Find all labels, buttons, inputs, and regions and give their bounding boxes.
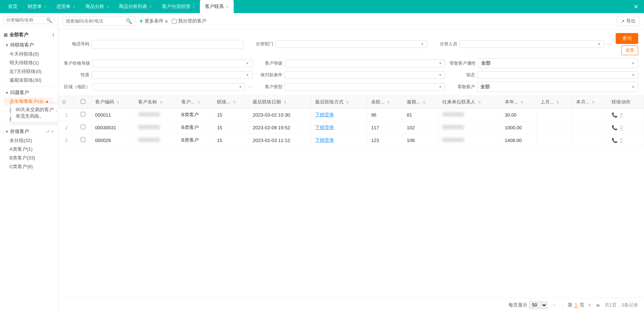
filter-zero-retail-select[interactable]: 全部 ▼ <box>477 82 638 92</box>
last-way-link[interactable]: 下销货单 <box>315 125 334 130</box>
th-contact-count[interactable]: 联络... ⇅ <box>213 96 249 109</box>
sidebar-item-tomorrow[interactable]: 明天待联络(1) <box>4 58 54 67</box>
settings-btn[interactable]: 设置 <box>621 45 638 55</box>
last-page-btn[interactable]: ⊳ <box>595 302 602 309</box>
filter-region-select[interactable]: ▼ <box>92 83 245 91</box>
th-this-year[interactable]: 本年... ⇅ <box>501 96 536 109</box>
row-this-year: 1408.00 <box>501 134 536 147</box>
sidebar-item-overdue[interactable]: 逾期未联络(30) <box>4 76 54 85</box>
filter-toggle-btn[interactable]: ▼ 更多条件 ∧ <box>139 18 168 24</box>
sidebar-group-value[interactable]: ▼ 价值客户 ↺ ✏ <box>4 127 54 136</box>
action-more-icon[interactable]: ⣿ <box>620 112 623 118</box>
collapse-icon[interactable]: 《 <box>50 32 54 38</box>
row-this-month <box>572 134 608 147</box>
close-tab-sales[interactable]: × <box>44 4 46 9</box>
filter-more-btn1[interactable]: ··· <box>607 41 611 48</box>
tab-analysis[interactable]: 商品分析 × <box>80 0 114 13</box>
filter-customer-type-select[interactable]: ▼ <box>285 83 446 91</box>
toolbar-search-input[interactable] <box>66 19 124 24</box>
close-tab-analysis[interactable]: × <box>106 4 109 9</box>
next-page-btn[interactable]: ＞ <box>586 301 593 309</box>
export-btn[interactable]: ↗ 导出 <box>617 16 640 26</box>
row-checkbox-cell[interactable] <box>75 109 91 121</box>
filter-status-field: 状态 ▼ <box>450 71 638 79</box>
filter-zero-attr-select[interactable]: 全部 ▼ <box>478 58 638 68</box>
row-checkbox-cell[interactable] <box>75 134 91 147</box>
sidebar-search-area: 🔍 <box>0 13 58 27</box>
page-size-select[interactable]: 50 100 200 <box>529 301 547 309</box>
sidebar-item-class-c[interactable]: C类客户(6) <box>4 162 54 171</box>
last-way-link[interactable]: 下销货单 <box>315 112 334 117</box>
sidebar-all-customers[interactable]: ⊞ 全部客户 《 <box>4 29 54 40</box>
edit-icon[interactable]: ✏ <box>51 129 54 134</box>
th-last-date[interactable]: 最后联络日期 ⇅ <box>249 96 311 109</box>
sidebar-item-ungroup[interactable]: 未分组(32) <box>4 136 54 145</box>
row-last-way[interactable]: 下销货单 <box>311 109 367 121</box>
select-all-checkbox[interactable] <box>81 99 85 104</box>
action-phone-icon[interactable]: 📞 <box>612 138 617 143</box>
close-tab-customer-contact[interactable]: × <box>226 4 228 9</box>
sidebar-item-class-a[interactable]: A类客户(1) <box>4 145 54 154</box>
row-uncontacted: 117 <box>367 121 403 134</box>
filter-status-select[interactable]: ▼ <box>477 71 638 79</box>
th-this-month[interactable]: 本月... ⇅ <box>572 96 608 109</box>
tab-purchase[interactable]: 进货单 × <box>51 0 80 13</box>
sidebar-item-class-b[interactable]: B类客户(33) <box>4 154 54 162</box>
filter-payment-select[interactable]: ▼ <box>285 71 446 79</box>
sidebar-group-pending[interactable]: ▼ 待联络客户 <box>4 40 54 50</box>
my-customers-checkbox[interactable]: 我分管的客户 <box>172 18 206 24</box>
filter-person-select[interactable]: ▼ <box>459 40 604 48</box>
window-close-btn[interactable]: ✕ <box>631 3 641 10</box>
tab-analysis-list[interactable]: 商品分析列表 × <box>114 0 157 13</box>
filter-nature-field: 性质 ▼ <box>64 71 253 79</box>
tab-customer-contact[interactable]: 客户联系 × <box>200 0 233 13</box>
tab-customer-layer[interactable]: 客户分层经营 × <box>157 0 200 13</box>
th-last-way[interactable]: 最后联络方式 ⇅ <box>311 96 367 109</box>
row-last-way[interactable]: 下销货单 <box>311 134 367 147</box>
page-unit: 页 <box>580 302 584 308</box>
sidebar-item-today[interactable]: 今天待联络(0) <box>4 50 54 58</box>
row-last-month <box>536 109 572 121</box>
tab-home[interactable]: 首页 <box>3 0 23 13</box>
filter-customer-level-select[interactable]: ▼ <box>285 60 446 67</box>
tab-sales[interactable]: 销货单 × <box>23 0 51 13</box>
row-checkbox[interactable] <box>81 125 85 129</box>
th-type[interactable]: 客户... ⇅ <box>178 96 213 109</box>
row-checkbox-cell[interactable] <box>75 121 91 134</box>
table-row: 3 000026 B类客户 15 2023-02-03 11:12: 下销货单 … <box>58 134 644 147</box>
prev-page-btn[interactable]: ＜ <box>559 301 566 309</box>
toolbar-search-icon[interactable]: 🔍 <box>126 18 132 24</box>
row-checkbox[interactable] <box>81 137 85 142</box>
settings-gear-icon[interactable]: ⚙ <box>62 99 67 105</box>
th-uncontacted[interactable]: 未联... ⇅ <box>367 96 403 109</box>
filter-customer-level-field: 客户等级 ▼ <box>257 60 446 67</box>
action-more-icon[interactable]: ⣿ <box>620 138 623 143</box>
filter-phone-input[interactable] <box>92 40 243 49</box>
first-page-btn[interactable]: ⊲ <box>550 302 557 309</box>
th-overdue[interactable]: 逾期... ⇅ <box>403 96 439 109</box>
refresh-icon[interactable]: ↺ <box>46 129 49 134</box>
query-btn[interactable]: 查询 <box>616 33 638 44</box>
th-checkbox[interactable] <box>75 96 91 109</box>
row-last-way[interactable]: 下销货单 <box>311 121 367 134</box>
action-phone-icon[interactable]: 📞 <box>612 125 617 130</box>
filter-nature-select[interactable]: ▼ <box>92 71 253 79</box>
sidebar-item-7days[interactable]: 近7天待联络(0) <box>4 67 54 76</box>
th-code[interactable]: 客户编码 ⇅ <box>91 96 134 109</box>
filter-more-btn2[interactable]: ··· <box>247 84 252 90</box>
close-tab-purchase[interactable]: × <box>73 4 75 9</box>
last-way-link[interactable]: 下销货单 <box>315 137 334 143</box>
th-contact-person[interactable]: 往来单位联系人 ⇅ <box>439 96 501 109</box>
th-settings[interactable]: ⚙ <box>58 96 75 109</box>
row-checkbox[interactable] <box>81 112 85 117</box>
filter-price-level-select[interactable]: ▼ <box>92 60 253 67</box>
close-tab-analysis-list[interactable]: × <box>149 4 152 9</box>
sidebar-group-problem[interactable]: ▼ 问题客户 <box>4 88 54 97</box>
my-customers-check[interactable] <box>172 19 177 24</box>
action-phone-icon[interactable]: 📞 <box>612 112 617 118</box>
action-more-icon[interactable]: ⣿ <box>620 125 623 130</box>
close-tab-customer-layer[interactable]: × <box>193 4 195 9</box>
th-name[interactable]: 客户名称 ⇅ <box>134 96 178 109</box>
filter-dept-select[interactable]: ▼ <box>275 40 427 48</box>
th-last-month[interactable]: 上月... ⇅ <box>536 96 572 109</box>
